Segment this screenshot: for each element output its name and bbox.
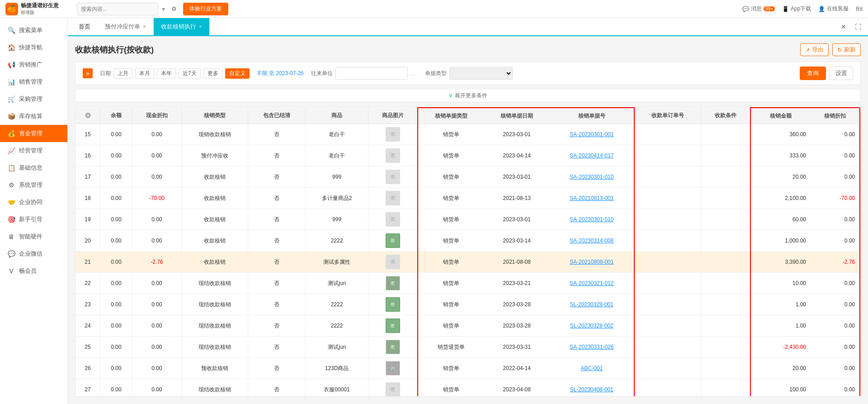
tab-bar: 首页 预付冲应付单 × 收款核销执行 × ✕ ⛶ — [68, 18, 868, 36]
sidebar-item-member[interactable]: V 畅会员 — [0, 262, 67, 280]
search-input[interactable] — [77, 3, 158, 15]
cell-verify-discount: 0.00 — [811, 358, 860, 379]
sidebar-item-label: 企业协同 — [19, 198, 42, 206]
cell-verify-doc-no[interactable]: SA-20230301-010 — [550, 209, 634, 230]
cell-verify-doc-no[interactable]: SL-20230408-001 — [550, 379, 634, 397]
sidebar-item-capital[interactable]: 💰 资金管理 — [0, 125, 67, 142]
refresh-btn[interactable]: ↻ 刷新 — [832, 43, 861, 56]
cell-verify-discount: 0.00 — [811, 379, 860, 397]
product-image: 图 — [386, 382, 400, 397]
tab-prepay-close[interactable]: × — [143, 24, 146, 30]
sidebar-item-quick-nav[interactable]: 🏠 快捷导航 — [0, 39, 67, 56]
date-btn-more[interactable]: 更多 — [203, 68, 222, 79]
product-image: 图 — [386, 255, 400, 269]
search-dropdown-icon[interactable]: ▾ — [162, 5, 165, 13]
tab-close-btn[interactable]: ✕ — [837, 20, 850, 33]
cell-verify-type: 收款核销 — [181, 166, 248, 188]
cell-verify-type: 现结收款核销 — [181, 379, 248, 397]
sidebar-item-collab[interactable]: 🤝 企业协同 — [0, 194, 67, 211]
cell-verify-doc-no[interactable]: SA-20230331-026 — [550, 337, 634, 358]
expand-more-bar[interactable]: ∨ 展开更多条件 — [75, 90, 861, 102]
cell-receipt-condition — [701, 252, 750, 273]
export-btn[interactable]: ↗ 导出 — [800, 43, 829, 56]
sidebar-item-system[interactable]: ⚙ 系统管理 — [0, 176, 67, 194]
sidebar-item-wechat[interactable]: 💬 企业微信 — [0, 245, 67, 262]
sidebar-item-search[interactable]: 🔍 搜索菜单 — [0, 22, 67, 39]
filter-expand-btn[interactable]: » — [83, 68, 93, 78]
table-row: 210.00-2.76收款核销否测试多属性图销货单2021-08-08SA-20… — [75, 252, 860, 273]
voucher-type-select[interactable]: 销货单 销货退货单 — [449, 67, 513, 80]
date-btn-7days[interactable]: 近7天 — [179, 68, 201, 79]
sidebar-item-label: 企业微信 — [19, 250, 42, 258]
user-btn[interactable]: Rit — [856, 6, 863, 12]
sidebar-item-basic-info[interactable]: 📋 基础信息 — [0, 159, 67, 176]
date-btn-this-year[interactable]: 本年 — [157, 68, 176, 79]
col-receipt-condition-header: 收款条件 — [701, 108, 750, 124]
date-btn-custom[interactable]: 自定义 — [225, 68, 250, 79]
industry-btn[interactable]: 体验行业方案 — [183, 3, 228, 15]
cell-verify-doc-no[interactable]: ABC-001 — [550, 358, 634, 379]
cell-verify-doc-no[interactable]: SL-20230328-002 — [550, 315, 634, 337]
online-service-btn[interactable]: 👤 在线客服 — [818, 5, 849, 13]
cell-verify-amount: 333.00 — [750, 145, 811, 166]
cell-verify-doc-no[interactable]: SL-20230328-001 — [550, 294, 634, 315]
cell-verify-doc-type: 销货单 — [418, 358, 484, 379]
sidebar-item-sales[interactable]: 📊 销售管理 — [0, 73, 67, 90]
cell-cash-discount: 0.00 — [132, 358, 181, 379]
query-btn[interactable]: 查询 — [800, 67, 826, 80]
sidebar-item-operations[interactable]: 📈 经营管理 — [0, 142, 67, 159]
date-btn-this-month[interactable]: 本月 — [135, 68, 154, 79]
megaphone-icon: 📢 — [7, 61, 15, 69]
partner-input[interactable] — [335, 67, 408, 80]
cell-verify-doc-type: 销货单 — [418, 379, 484, 397]
cell-cash-discount: 0.00 — [132, 124, 181, 145]
tab-receipt-close[interactable]: × — [199, 24, 202, 30]
cell-verify-doc-no[interactable]: SA-20230301-001 — [550, 124, 634, 145]
col-settings[interactable]: ⚙ — [75, 108, 100, 124]
cell-verify-discount: 0.00 — [811, 315, 860, 337]
cell-include-settled: 否 — [248, 315, 306, 337]
cell-verify-doc-no[interactable]: SA-20230321-012 — [550, 273, 634, 294]
product-image: 🏢 — [386, 361, 400, 375]
tab-expand-btn[interactable]: ⛶ — [852, 20, 864, 33]
sidebar-item-inventory[interactable]: 📦 库存核算 — [0, 108, 67, 125]
tab-prepay[interactable]: 预付冲应付单 × — [98, 18, 154, 36]
tab-receipt[interactable]: 收款核销执行 × — [154, 18, 210, 36]
top-bar-middle: ▾ ⚙ 体验行业方案 — [77, 3, 739, 15]
tab-home[interactable]: 首页 — [71, 23, 98, 31]
cell-index: 25 — [75, 337, 100, 358]
cell-verify-discount: -2.76 — [811, 252, 860, 273]
cell-index: 18 — [75, 188, 100, 209]
sidebar-item-guide[interactable]: 🎯 新手引导 — [0, 211, 67, 228]
sidebar-item-purchase[interactable]: 🛒 采购管理 — [0, 90, 67, 108]
cell-receipt-order-no — [634, 145, 701, 166]
sidebar-item-marketing[interactable]: 📢 营销推广 — [0, 56, 67, 73]
sidebar-item-smart-hw[interactable]: 🖥 智能硬件 — [0, 228, 67, 245]
table-row: 200.000.00收款核销否2222图销货单2023-03-14SA-2023… — [75, 230, 860, 252]
table-row: 170.000.00收款核销否999图销货单2023-03-01SA-20230… — [75, 166, 860, 188]
table-row: 270.000.00现结收款核销否衣服00001图销货单2023-04-08SL… — [75, 379, 860, 397]
cell-verify-amount: 20.00 — [750, 358, 811, 379]
date-btn-last-month[interactable]: 上月 — [113, 68, 132, 79]
cart-icon: 🛒 — [7, 95, 15, 103]
partner-dots[interactable]: ... — [410, 70, 418, 76]
cell-product: 测试多属性 — [306, 252, 368, 273]
settings-icon[interactable]: ⚙ — [169, 4, 179, 14]
cell-verify-doc-no[interactable]: SA-20230314-008 — [550, 230, 634, 252]
cell-include-settled: 否 — [248, 230, 306, 252]
cell-verify-doc-no[interactable]: SA-20210813-001 — [550, 188, 634, 209]
cell-verify-doc-no[interactable]: SA-20210808-001 — [550, 252, 634, 273]
tab-prepay-label: 预付冲应付单 — [105, 23, 140, 31]
app-download-btn[interactable]: 📱 App下载 — [782, 5, 811, 13]
notifications-btn[interactable]: 💬 消息 99+ — [742, 5, 775, 13]
cell-verify-doc-no[interactable]: SA-20230414-017 — [550, 145, 634, 166]
col-verify-doc-date-header: 核销单据日期 — [484, 108, 550, 124]
cell-verify-doc-no[interactable]: SA-20230301-010 — [550, 166, 634, 188]
filter-settings-btn[interactable]: 设置 — [830, 67, 853, 80]
col-verify-doc-type-header: 核销单据类型 — [418, 108, 484, 124]
expand-more-icon: ∨ — [448, 92, 453, 100]
cell-verify-amount: 100.00 — [750, 379, 811, 397]
cell-verify-amount: 20.00 — [750, 166, 811, 188]
cell-product-image: 图 — [368, 188, 418, 209]
cell-verify-type: 现结收款核销 — [181, 337, 248, 358]
